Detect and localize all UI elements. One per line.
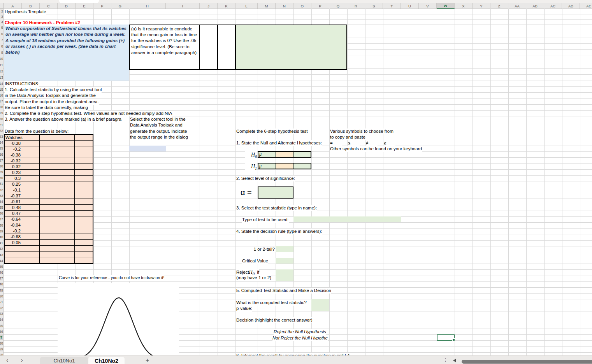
row-header-8[interactable]: 8: [0, 43, 4, 49]
row-header-40[interactable]: 40: [0, 234, 4, 240]
column-header-V[interactable]: V: [419, 3, 437, 9]
watch-data-cell[interactable]: [22, 211, 40, 216]
watch-data-cell[interactable]: -0.2: [5, 146, 22, 152]
watch-data-cell[interactable]: [75, 216, 93, 222]
watch-data-cell[interactable]: [57, 164, 75, 169]
watch-data-cell[interactable]: -0.04: [5, 222, 22, 228]
watch-data-cell[interactable]: [22, 135, 40, 140]
watch-data-cell[interactable]: -0.38: [5, 152, 22, 158]
row-header-55[interactable]: 55: [0, 323, 4, 329]
row-header-10[interactable]: 10: [0, 56, 4, 62]
symbol-equals[interactable]: =: [330, 140, 342, 146]
watch-data-cell[interactable]: [40, 211, 57, 216]
row-header-16[interactable]: 16: [0, 92, 4, 98]
watch-data-cell[interactable]: [22, 251, 40, 257]
column-header-AA[interactable]: AA: [508, 3, 526, 9]
watch-data-cell[interactable]: [57, 193, 75, 199]
watch-data-cell[interactable]: [40, 135, 57, 140]
watch-data-cell[interactable]: [22, 187, 40, 193]
sheet-tab-Ch10No1[interactable]: Ch10No1: [40, 357, 88, 364]
scroll-left-icon[interactable]: [453, 359, 456, 362]
row-header-20[interactable]: 20: [0, 116, 4, 122]
watch-data-cell[interactable]: [75, 152, 93, 158]
watch-data-cell[interactable]: [75, 228, 93, 234]
column-header-O[interactable]: O: [293, 3, 311, 9]
column-header-B[interactable]: B: [22, 3, 40, 9]
column-headers[interactable]: ABCDEFGHIJKLMNOPQRSTUVWXYZAAABACADAE: [4, 3, 592, 9]
column-header-K[interactable]: K: [218, 3, 235, 9]
symbol-lte[interactable]: ≤: [348, 140, 360, 146]
watch-data-cell[interactable]: Watches: [5, 135, 22, 140]
watch-data-cell[interactable]: [40, 216, 57, 222]
watch-data-cell[interactable]: -0.61: [5, 199, 22, 204]
watch-data-cell[interactable]: [22, 246, 40, 251]
column-header-C[interactable]: C: [40, 3, 58, 9]
row-header-30[interactable]: 30: [0, 175, 4, 181]
row-header-26[interactable]: 26: [0, 151, 4, 157]
row-header-50[interactable]: 50: [0, 293, 4, 299]
row-header-49[interactable]: 49: [0, 287, 4, 293]
watch-data-cell[interactable]: 0.05: [5, 240, 22, 245]
problem-heading[interactable]: Chapter 10 Homework - Problem #2: [5, 20, 80, 26]
reject-if-input[interactable]: [276, 269, 293, 281]
h1-mu-cell[interactable]: μ: [258, 164, 276, 169]
row-header-39[interactable]: 39: [0, 228, 4, 234]
row-header-21[interactable]: 21: [0, 122, 4, 128]
watch-data-cell[interactable]: [22, 222, 40, 228]
watch-data-cell[interactable]: -0.23: [5, 170, 22, 175]
watch-data-cell[interactable]: [57, 181, 75, 187]
column-header-AE[interactable]: AE: [580, 3, 592, 9]
row-header-5[interactable]: 5: [0, 25, 4, 31]
watch-data-cell[interactable]: [57, 205, 75, 210]
watch-data-cell[interactable]: -0.38: [5, 141, 22, 146]
row-header-44[interactable]: 44: [0, 258, 4, 264]
watch-data-cell[interactable]: [40, 152, 57, 158]
row-header-29[interactable]: 29: [0, 169, 4, 175]
row-header-23[interactable]: 23: [0, 134, 4, 140]
watch-data-cell[interactable]: [75, 234, 93, 239]
watch-data-cell[interactable]: [75, 193, 93, 199]
column-header-AB[interactable]: AB: [526, 3, 544, 9]
column-header-A[interactable]: A: [4, 3, 22, 9]
row-header-33[interactable]: 33: [0, 193, 4, 199]
column-header-Q[interactable]: Q: [329, 3, 347, 9]
row-header-18[interactable]: 18: [0, 104, 4, 110]
column-header-U[interactable]: U: [401, 3, 419, 9]
row-header-46[interactable]: 46: [0, 269, 4, 275]
watch-data-cell[interactable]: [22, 164, 40, 169]
h0-mu-cell[interactable]: μ: [258, 152, 276, 157]
column-header-W[interactable]: W: [437, 3, 455, 9]
watch-data-cell[interactable]: [40, 193, 57, 199]
watch-data-cell[interactable]: [75, 158, 93, 164]
row-header-41[interactable]: 41: [0, 240, 4, 246]
row-header-6[interactable]: 6: [0, 31, 4, 37]
tail-input[interactable]: [276, 246, 293, 252]
answer-area-green-box[interactable]: [235, 25, 347, 70]
row-header-24[interactable]: 24: [0, 140, 4, 146]
add-sheet-icon[interactable]: +: [146, 357, 149, 364]
fill-handle[interactable]: [452, 338, 455, 341]
watch-data-cell[interactable]: 0.32: [5, 164, 22, 169]
watch-data-cell[interactable]: [57, 234, 75, 239]
answer-cell-j[interactable]: [200, 25, 218, 70]
watch-data-cell[interactable]: [57, 152, 75, 158]
watch-data-cell[interactable]: [40, 170, 57, 175]
watch-data-cell[interactable]: [40, 222, 57, 228]
column-header-Z[interactable]: Z: [490, 3, 508, 9]
row-header-37[interactable]: 37: [0, 216, 4, 222]
row-header-36[interactable]: 36: [0, 211, 4, 216]
column-header-X[interactable]: X: [455, 3, 473, 9]
watch-data-cell[interactable]: [40, 251, 57, 257]
column-header-AD[interactable]: AD: [562, 3, 580, 9]
row-header-13[interactable]: 13: [0, 74, 4, 81]
watch-data-cell[interactable]: [5, 251, 22, 257]
watch-data-cell[interactable]: [57, 135, 75, 140]
row-headers[interactable]: 2345678910111213141516171819202122232425…: [0, 9, 4, 357]
watch-data-cell[interactable]: [57, 257, 75, 263]
watch-data-cell[interactable]: [75, 164, 93, 169]
watch-data-cell[interactable]: [75, 170, 93, 175]
column-header-G[interactable]: G: [111, 3, 129, 9]
watch-data-cell[interactable]: [22, 152, 40, 158]
h0-operator-cell[interactable]: [276, 152, 293, 157]
watch-data-cell[interactable]: [22, 141, 40, 146]
